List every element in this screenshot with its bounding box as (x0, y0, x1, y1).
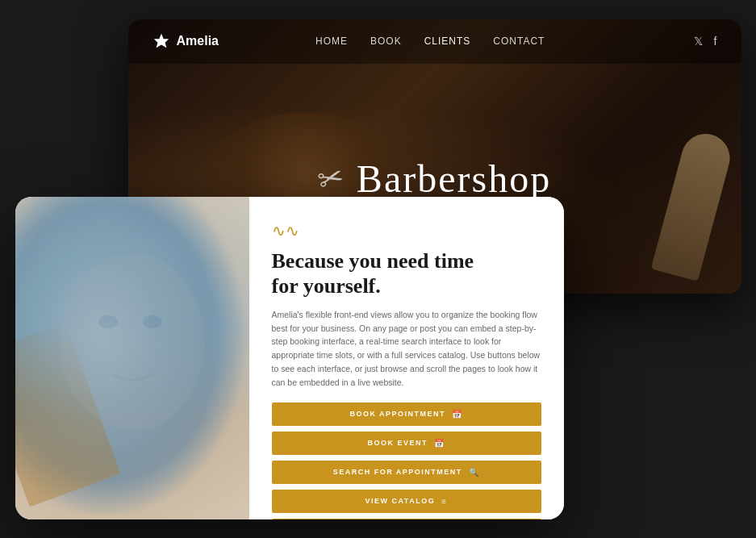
view-catalog-button[interactable]: VIEW CATALOG ≡ (272, 490, 541, 513)
nav-clients[interactable]: CLIENTS (424, 35, 471, 47)
svg-marker-0 (153, 34, 168, 48)
twitter-icon[interactable]: 𝕏 (694, 35, 703, 48)
svg-point-3 (143, 315, 162, 328)
front-device: ∿∿ Because you need time for yourself. A… (15, 197, 564, 519)
facebook-icon[interactable]: f (714, 35, 717, 48)
nav-contact[interactable]: CONTACT (493, 35, 545, 47)
search-appointment-icon: 🔍 (469, 468, 480, 477)
spa-face-bg (15, 197, 249, 519)
search-appointment-button[interactable]: SEARCH FOR APPOINTMENT 🔍 (272, 461, 541, 484)
nav-book[interactable]: BOOK (370, 35, 402, 47)
book-appointment-button[interactable]: BOOK APPOINTMENT 📅 (272, 402, 541, 426)
back-nav-social: 𝕏 f (694, 35, 717, 48)
description-text: Amelia's flexible front-end views allow … (272, 308, 541, 390)
book-appointment-icon: 📅 (452, 410, 463, 419)
main-heading: Because you need time for yourself. (272, 248, 541, 298)
book-event-button[interactable]: BOOK EVENT 📅 (272, 432, 541, 455)
svg-point-1 (60, 253, 205, 431)
decorative-swirl: ∿∿ (272, 223, 541, 239)
scene: Amelia HOME BOOK CLIENTS CONTACT 𝕏 f (15, 19, 741, 519)
back-nav-links: HOME BOOK CLIENTS CONTACT (315, 35, 545, 47)
logo-text: Amelia (177, 34, 219, 48)
spa-text-panel: ∿∿ Because you need time for yourself. A… (249, 197, 564, 519)
back-logo: Amelia (152, 32, 219, 50)
view-catalog-icon: ≡ (441, 497, 447, 506)
customer-panel-button[interactable]: CUSTOMER PANEL 👤 (272, 519, 541, 519)
amelia-logo-icon (152, 32, 170, 50)
scissors-icon: ✂ (314, 158, 348, 199)
svg-point-2 (98, 315, 118, 328)
face-svg (15, 197, 249, 519)
spa-image (15, 197, 249, 519)
barbershop-title: Barbershop (357, 156, 551, 201)
book-event-icon: 📅 (434, 439, 445, 448)
buttons-group: BOOK APPOINTMENT 📅 BOOK EVENT 📅 SEARCH F… (272, 402, 541, 519)
barbershop-title-area: ✂ Barbershop (318, 156, 551, 201)
back-nav: Amelia HOME BOOK CLIENTS CONTACT 𝕏 f (128, 19, 741, 64)
nav-home[interactable]: HOME (315, 35, 348, 47)
